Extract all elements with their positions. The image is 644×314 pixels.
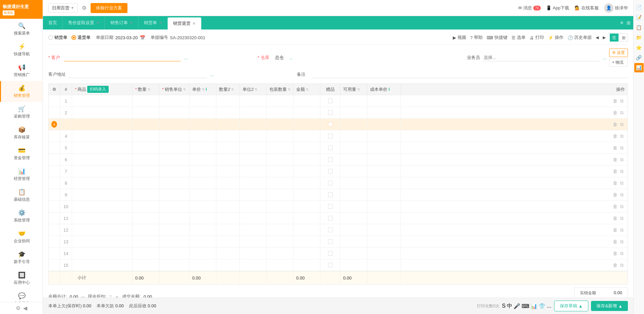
td-goods-3[interactable]	[72, 119, 132, 130]
price-info-icon[interactable]: ℹ	[206, 87, 207, 91]
td-unit2-1[interactable]	[240, 95, 267, 107]
sidebar-item-guide[interactable]: 🎓 新手引导	[0, 247, 43, 268]
td-qty-1[interactable]	[132, 95, 159, 107]
sidebar-item-purchase[interactable]: 🛒 采购管理	[0, 102, 43, 123]
td-price-2[interactable]	[190, 107, 216, 118]
video-action[interactable]: ▶ 视频	[453, 35, 466, 41]
copy-row-14-button[interactable]: ⧉	[619, 250, 625, 257]
close-all-tabs-button[interactable]: ✕	[620, 20, 624, 25]
select-action[interactable]: ☰ 选单	[512, 35, 526, 41]
save-draft-button[interactable]: 保存草稿 ▲	[554, 301, 589, 311]
td-amount-2[interactable]	[293, 107, 320, 118]
gift-checkbox-10[interactable]	[328, 204, 333, 209]
unit2-sort-icon[interactable]: ⇅	[255, 87, 257, 91]
toolbar-icon-4[interactable]: ⌨	[522, 303, 529, 309]
toolbar-icon-5[interactable]: 📊	[531, 303, 537, 309]
sidebar-item-app-center[interactable]: 🔲 应用中心	[0, 268, 43, 289]
delete-row-3-button[interactable]: 🗑	[611, 121, 619, 128]
help-action[interactable]: ? 帮助	[470, 35, 483, 41]
delete-row-5-button[interactable]: 🗑	[611, 144, 619, 151]
delete-row-1-button[interactable]: 🗑	[611, 98, 619, 104]
td-goods-1[interactable]	[72, 95, 132, 107]
tab-price-settings[interactable]: 售价提取设置 ✕	[63, 16, 105, 29]
copy-row-1-button[interactable]: ⧉	[619, 98, 625, 105]
gift-checkbox-5[interactable]	[328, 145, 333, 150]
side-icon-5[interactable]: ⭐	[634, 43, 644, 52]
nav-next-button[interactable]: ▶	[603, 35, 606, 40]
delete-row-11-button[interactable]: 🗑	[611, 215, 619, 222]
td-amount-1[interactable]	[293, 95, 320, 107]
copy-row-8-button[interactable]: ⧉	[619, 180, 625, 187]
customer-picker-icon[interactable]: ...	[184, 55, 188, 60]
scan-button[interactable]: 扫码录入	[87, 86, 109, 93]
sidebar-item-finance[interactable]: 💳 资金管理	[0, 143, 43, 164]
gift-checkbox-1[interactable]	[328, 99, 333, 103]
sidebar-item-basic-info[interactable]: 📋 基础信息	[0, 185, 43, 206]
delete-row-9-button[interactable]: 🗑	[611, 191, 619, 198]
side-icon-7-active[interactable]: 📊	[634, 63, 644, 72]
qty2-sort-icon[interactable]: ⇅	[231, 87, 234, 91]
delete-row-2-button[interactable]: 🗑	[611, 109, 619, 116]
message-button[interactable]: ✉ 消息 70	[518, 5, 541, 11]
td-pkg-1[interactable]	[267, 95, 293, 107]
copy-row-4-button[interactable]: ⧉	[619, 133, 625, 140]
td-gift-3[interactable]	[320, 119, 340, 130]
gift-checkbox-2[interactable]	[328, 110, 333, 115]
copy-row-7-button[interactable]: ⧉	[619, 168, 625, 175]
copy-row-11-button[interactable]: ⧉	[619, 215, 625, 222]
delete-row-13-button[interactable]: 🗑	[611, 238, 619, 245]
sidebar-item-sales[interactable]: 💰 销售管理	[0, 81, 43, 102]
delete-row-15-button[interactable]: 🗑	[611, 262, 619, 268]
salesperson-input[interactable]	[482, 54, 599, 61]
side-icon-2[interactable]: 📝	[634, 13, 644, 22]
copy-row-9-button[interactable]: ⧉	[619, 191, 625, 198]
gift-checkbox-7[interactable]	[328, 169, 333, 174]
collapse-icon[interactable]: ◀	[23, 305, 27, 311]
print-action[interactable]: 🖨 打印	[530, 35, 544, 41]
td-cost-1[interactable]	[367, 95, 401, 107]
sidebar-item-wechat[interactable]: 💬 企业微信	[0, 289, 43, 302]
price-sort-icon[interactable]: ⇅	[202, 87, 205, 91]
settings-bottom-icon[interactable]: ⚙	[16, 305, 20, 311]
gift-checkbox-14[interactable]	[328, 251, 333, 256]
side-icon-1[interactable]: 📄	[634, 3, 644, 12]
gift-checkbox-4[interactable]	[328, 134, 333, 138]
copy-row-10-button[interactable]: ⧉	[619, 203, 625, 210]
td-amount-3[interactable]	[293, 119, 320, 130]
cost-info-icon[interactable]: ℹ	[388, 87, 390, 91]
td-unit-2[interactable]	[159, 107, 190, 118]
expand-tabs-button[interactable]: ⊞	[627, 20, 631, 25]
save-new-button[interactable]: 保存&新增 ▲	[591, 301, 628, 311]
radio-return-slip[interactable]: 退货单	[71, 35, 91, 41]
salesperson-picker-icon[interactable]: ...	[603, 55, 606, 60]
logistics-button[interactable]: + 物流	[609, 58, 628, 67]
gift-checkbox-15[interactable]	[328, 263, 333, 267]
td-unit2-2[interactable]	[240, 107, 267, 118]
settings-gear-icon[interactable]: ⚙	[82, 5, 87, 11]
radio-sales-slip[interactable]: 销货单	[48, 35, 67, 41]
delete-row-4-button[interactable]: 🗑	[611, 133, 619, 139]
gift-checkbox-3[interactable]	[328, 122, 333, 127]
grid-view-button[interactable]: ⊞	[619, 34, 628, 42]
td-cost-2[interactable]	[367, 107, 401, 118]
qty-input-1[interactable]	[135, 99, 156, 104]
td-qty-2[interactable]	[132, 107, 159, 118]
settings-button[interactable]: ⚙ 设置	[609, 49, 628, 57]
td-qty2-3[interactable]	[216, 119, 240, 130]
history-action[interactable]: 🕐 历史单据	[568, 35, 592, 41]
pkg-sort-icon[interactable]: ⇅	[288, 87, 290, 91]
side-icon-6[interactable]: 🔗	[634, 53, 644, 62]
side-icon-3[interactable]: 📋	[634, 23, 644, 32]
copy-row-3-button[interactable]: ⧉	[619, 121, 625, 128]
delete-row-12-button[interactable]: 🗑	[611, 227, 619, 233]
tab-sales-return[interactable]: 销货退货 ✕	[168, 17, 201, 29]
copy-row-12-button[interactable]: ⧉	[619, 227, 625, 234]
copy-row-15-button[interactable]: ⧉	[619, 262, 625, 269]
qty-sort-icon[interactable]: ⇅	[148, 87, 150, 91]
note-input[interactable]	[312, 71, 628, 78]
td-unit2-3[interactable]	[240, 119, 267, 130]
calendar-icon[interactable]: 📅	[140, 35, 145, 40]
app-download-button[interactable]: 📱 App下载	[546, 5, 569, 11]
delete-row-14-button[interactable]: 🗑	[611, 250, 619, 257]
customer-input[interactable]	[64, 54, 181, 61]
